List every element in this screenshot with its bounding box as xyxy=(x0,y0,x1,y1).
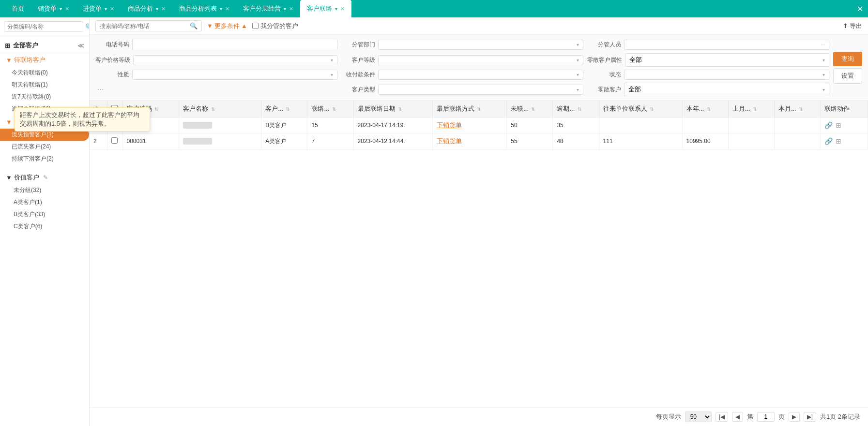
sidebar-item-lost-warning[interactable]: 已流失客户(24) xyxy=(0,141,89,153)
col-actions-label: 联络动作 xyxy=(824,105,850,112)
sidebar-group-pending[interactable]: ▼ 待联络客户 xyxy=(0,53,89,67)
col-no-contact[interactable]: 未联... ⇅ xyxy=(507,101,553,118)
col-this-year[interactable]: 本年... ⇅ xyxy=(682,101,728,118)
sidebar-all-customers[interactable]: ⊞ 全部客户 ≪ xyxy=(0,38,89,53)
nav-tab-analysis-list[interactable]: 商品分析列表 ▾ ✕ xyxy=(172,0,236,17)
filter-cell-dots: ··· xyxy=(95,85,337,94)
main-search-icon[interactable]: 🔍 xyxy=(190,22,198,29)
value-edit-icon[interactable]: ✎ xyxy=(43,174,48,181)
col-last-method[interactable]: 最后联络方式 ⇅ xyxy=(432,101,507,118)
row1-last-method-link[interactable]: 下销货单 xyxy=(437,121,462,129)
col-last-date[interactable]: 最后联络日期 ⇅ xyxy=(353,101,432,118)
col-overdue-label: 逾期... xyxy=(557,105,575,112)
filter-cell-phone: 电话号码 xyxy=(95,39,337,50)
my-customer-filter[interactable]: 我分管的客户 xyxy=(252,22,298,30)
sidebar-item-b-class[interactable]: B类客户(33) xyxy=(0,208,89,220)
my-customer-checkbox[interactable] xyxy=(252,23,259,29)
filter-cust-grade-select[interactable]: ▾ xyxy=(378,55,583,65)
nav-tab-contact-close[interactable]: ✕ xyxy=(340,6,345,12)
nav-tab-contact-arrow: ▾ xyxy=(335,6,337,12)
col-this-month[interactable]: 本月... ⇅ xyxy=(774,101,820,118)
col-name[interactable]: 客户名称 ⇅ xyxy=(179,101,261,118)
filter-payment-select[interactable]: ▾ xyxy=(378,70,583,80)
filter-retail-attr-select[interactable]: 全部 ▾ xyxy=(625,53,829,67)
col-category[interactable]: 客户... ⇅ xyxy=(261,101,307,118)
filter-dept-select[interactable]: ▾ xyxy=(378,40,583,50)
sidebar-item-7days[interactable]: 近7天待联络(0) xyxy=(0,91,89,103)
filter-price-grade-label: 客户价格等级 xyxy=(95,56,130,64)
row2-last-method[interactable]: 下销货单 xyxy=(432,133,507,149)
table-area: ⚙ 客户编码 ⇅ 客户名称 ⇅ xyxy=(90,101,868,407)
filter-cust-type-label: 客户类型 xyxy=(341,86,375,94)
query-button[interactable]: 查询 xyxy=(833,52,862,66)
filter-cust-type-select[interactable]: ▾ xyxy=(378,85,583,95)
export-btn[interactable]: ⬆ 导出 xyxy=(843,22,862,30)
page-input[interactable] xyxy=(757,412,775,422)
sidebar-item-a-class[interactable]: A类客户(1) xyxy=(0,196,89,208)
nav-tab-purchase[interactable]: 进货单 ▾ ✕ xyxy=(76,0,121,17)
sidebar-search-icon[interactable]: 🔍 xyxy=(85,23,90,30)
tooltip-text: 距客户上次交易时长，超过了此客户的平均交易周期的1.5倍，则视为异常。 xyxy=(20,111,90,127)
sidebar-item-today[interactable]: 今天待联络(0) xyxy=(0,67,89,79)
nav-tab-segment[interactable]: 客户分层经营 ▾ ✕ xyxy=(236,0,300,17)
nav-tab-analysis-list-close[interactable]: ✕ xyxy=(225,6,229,12)
row1-contact-count: 15 xyxy=(307,118,353,133)
window-close-button[interactable]: ✕ xyxy=(857,4,863,14)
filter-phone-input[interactable] xyxy=(132,39,337,50)
col-last-month[interactable]: 上月... ⇅ xyxy=(728,101,774,118)
sidebar-item-c-class[interactable]: C类客户(6) xyxy=(0,220,89,233)
next-page-btn[interactable]: ▶ xyxy=(789,412,800,422)
col-unit-contact[interactable]: 往来单位联系人 ⇅ xyxy=(599,101,682,118)
row2-link-icon[interactable]: 🔗 xyxy=(824,137,833,145)
nav-tab-segment-close[interactable]: ✕ xyxy=(289,6,293,12)
row1-last-month xyxy=(728,118,774,133)
sidebar-item-lost[interactable]: 持续下滑客户(2) xyxy=(0,153,89,165)
nav-tab-sales[interactable]: 销货单 ▾ ✕ xyxy=(31,0,76,17)
more-conditions-btn[interactable]: ▼ 更多条件 ▲ xyxy=(207,22,247,30)
last-page-btn[interactable]: ▶| xyxy=(804,412,816,422)
row2-actions: 🔗 ⊞ xyxy=(821,133,868,149)
main-search-input[interactable] xyxy=(100,23,188,29)
nav-tab-purchase-label: 进货单 xyxy=(83,4,102,13)
sidebar-group-value-label: 价值客户 xyxy=(14,173,39,182)
row2-last-method-link[interactable]: 下销货单 xyxy=(437,137,462,145)
filter-price-grade-select[interactable]: ▾ xyxy=(133,55,337,65)
nav-tab-sales-close[interactable]: ✕ xyxy=(65,6,69,12)
sidebar-group-value[interactable]: ▼ 价值客户 ✎ xyxy=(0,171,89,184)
col-last-date-label: 最后联络日期 xyxy=(358,105,396,112)
filter-cell-payment: 收付款条件 ▾ xyxy=(341,70,583,80)
col-contact-count[interactable]: 联络... ⇅ xyxy=(307,101,353,118)
row2-checkbox[interactable] xyxy=(111,137,118,144)
nav-tab-home[interactable]: 首页 xyxy=(5,0,31,17)
filter-dots-btn[interactable]: ··· xyxy=(97,85,104,94)
per-page-select[interactable]: 50 100 200 xyxy=(685,411,712,422)
row2-no-contact: 55 xyxy=(507,133,553,149)
row2-grid-icon[interactable]: ⊞ xyxy=(836,137,841,145)
nav-tab-contact[interactable]: 客户联络 ▾ ✕ xyxy=(300,0,351,17)
col-last-month-sort: ⇅ xyxy=(753,106,757,112)
row1-grid-icon[interactable]: ⊞ xyxy=(836,121,841,129)
filter-retail-cust-select[interactable]: 全部 ▾ xyxy=(624,83,829,96)
settings-button[interactable]: 设置 xyxy=(833,68,862,84)
first-page-btn[interactable]: |◀ xyxy=(716,412,728,422)
sidebar-item-tomorrow[interactable]: 明天待联络(1) xyxy=(0,79,89,91)
nav-tab-analysis-close[interactable]: ✕ xyxy=(161,6,166,12)
filter-nature-select[interactable]: ▾ xyxy=(132,70,337,80)
row2-overdue: 48 xyxy=(553,133,599,149)
nav-tab-home-label: 首页 xyxy=(12,4,24,13)
row1-last-method[interactable]: 下销货单 xyxy=(432,118,507,133)
nav-tab-analysis[interactable]: 商品分析 ▾ ✕ xyxy=(121,0,172,17)
col-this-year-sort: ⇅ xyxy=(707,106,711,112)
sidebar-item-declining[interactable] xyxy=(0,165,89,169)
filter-manager-select[interactable]: ··· xyxy=(624,40,829,50)
col-overdue[interactable]: 逾期... ⇅ xyxy=(553,101,599,118)
row1-link-icon[interactable]: 🔗 xyxy=(824,121,833,129)
col-name-label: 客户名称 xyxy=(183,105,208,112)
col-this-month-sort: ⇅ xyxy=(799,106,803,112)
sidebar-collapse-btn[interactable]: ≪ xyxy=(77,42,84,49)
filter-status-select[interactable]: ▾ xyxy=(624,70,829,80)
sidebar-item-ungroup[interactable]: 未分组(32) xyxy=(0,184,89,196)
nav-tab-purchase-close[interactable]: ✕ xyxy=(110,6,114,12)
sidebar-search-input[interactable] xyxy=(4,21,83,32)
prev-page-btn[interactable]: ◀ xyxy=(732,412,743,422)
